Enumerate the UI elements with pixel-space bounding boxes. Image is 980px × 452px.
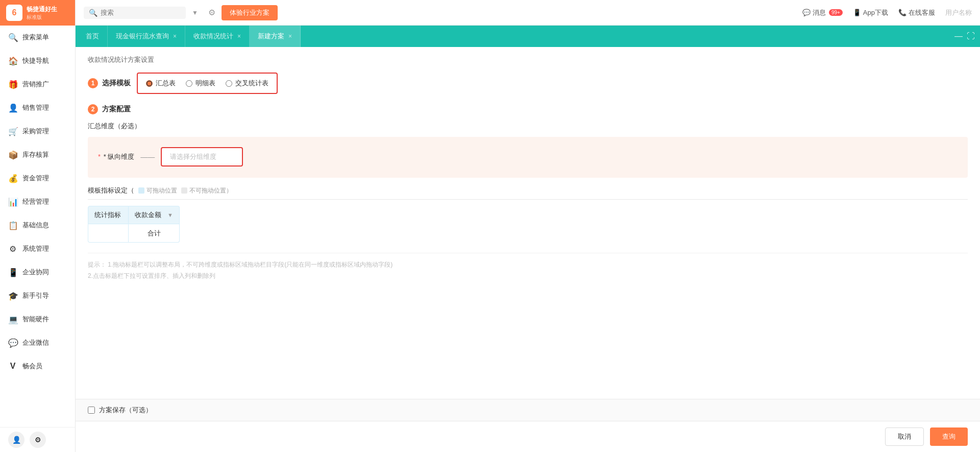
sidebar-item-hardware[interactable]: 💻 智能硬件 (0, 307, 75, 331)
topbar-gear-icon[interactable]: ⚙ (208, 8, 215, 17)
topbar-chevron-icon[interactable]: ▼ (192, 9, 198, 16)
content-area: 收款情况统计方案设置 1 选择模板 汇总表 (76, 47, 980, 452)
section2-title: 方案配置 (102, 105, 131, 114)
tabbar-minimize-icon[interactable]: — (954, 32, 963, 41)
arrow-icon: —— (140, 153, 155, 161)
sidebar-item-label: 快捷导航 (22, 56, 49, 65)
sidebar-item-purchase[interactable]: 🛒 采购管理 (0, 120, 75, 143)
radio-cross-input[interactable] (226, 80, 232, 87)
box-icon: 📦 (8, 150, 17, 160)
radio-detail[interactable]: 明细表 (186, 79, 215, 88)
radio-detail-input[interactable] (186, 80, 192, 87)
topbar-search-icon: 🔍 (89, 9, 97, 17)
radio-summary[interactable]: 汇总表 (146, 79, 176, 88)
sidebar-item-guide[interactable]: 🎓 新手引导 (0, 284, 75, 307)
topbar-search-box[interactable]: 🔍 (84, 7, 186, 19)
trial-button[interactable]: 体验行业方案 (222, 5, 278, 20)
sidebar-user-icon[interactable]: 👤 (8, 432, 24, 448)
dimension-area: * * 纵向维度 —— 请选择分组维度 (88, 137, 968, 178)
notification-badge: 99+ (829, 9, 843, 16)
tabbar: 首页 现金银行流水查询 × 收款情况统计 × 新建方案 × — ⛶ (76, 26, 980, 47)
sidebar-item-label: 采购管理 (22, 127, 49, 136)
sidebar-item-inventory[interactable]: 📦 库存核算 (0, 143, 75, 166)
save-checkbox[interactable] (88, 407, 95, 414)
section2-header: 2 方案配置 (88, 104, 968, 114)
notification-item[interactable]: 💬 消息 99+ (802, 8, 843, 17)
search-icon: 🔍 (8, 33, 17, 42)
vertical-dim-label: * * 纵向维度 (98, 152, 134, 161)
fixed-label: 不可拖动位置） (189, 186, 232, 195)
gift-icon: 🎁 (8, 80, 17, 89)
sidebar-item-enterprise[interactable]: 📱 企业协同 (0, 260, 75, 284)
movable-label: 可拖动位置 (146, 186, 177, 195)
tab-cash-flow-label: 现金银行流水查询 (116, 32, 169, 41)
logo-sub-text: 标准版 (27, 14, 57, 21)
logo-text-block: 畅捷通好生 标准版 (27, 5, 57, 21)
sidebar-item-label: 资金管理 (22, 174, 49, 183)
radio-cross[interactable]: 交叉统计表 (226, 79, 268, 88)
sidebar-item-label: 智能硬件 (22, 315, 49, 324)
indicator-right-col: 收款金额 ▼ 合计 (129, 206, 180, 243)
indicator-settings: 模板指标设定（ 可拖动位置 不可拖动位置） (88, 186, 968, 243)
gear-sidebar-icon: ⚙ (8, 244, 17, 254)
dimension-placeholder: 请选择分组维度 (170, 153, 216, 160)
dimension-title: 汇总维度（必选） (88, 122, 968, 131)
tab-cash-flow-close[interactable]: × (173, 33, 177, 40)
sidebar-item-label: 销售管理 (22, 103, 49, 112)
sidebar-settings-icon[interactable]: ⚙ (30, 432, 46, 448)
service-item[interactable]: 📞 在线客服 (898, 8, 935, 17)
sidebar-item-label: 经营管理 (22, 197, 49, 206)
tab-home-label: 首页 (86, 32, 99, 41)
query-button[interactable]: 查询 (930, 427, 968, 446)
hint-text-2: 2.点击标题栏下拉可设置排序、插入列和删除列 (88, 271, 968, 282)
sidebar-item-member[interactable]: V 畅会员 (0, 354, 75, 378)
radio-summary-input[interactable] (146, 80, 153, 87)
sidebar-item-system[interactable]: ⚙ 系统管理 (0, 237, 75, 260)
chevron-down-icon: ▼ (167, 212, 173, 218)
search-input[interactable] (101, 9, 181, 16)
sidebar-item-management[interactable]: 📊 经营管理 (0, 190, 75, 213)
notification-label: 消息 (813, 8, 826, 17)
hint-text-1: 提示： 1.拖动标题栏可以调整布局，不可跨维度或指标区域拖动栏目字段(只能在同一… (88, 259, 968, 271)
tab-cash-flow[interactable]: 现金银行流水查询 × (108, 26, 185, 47)
person-icon: 👤 (8, 103, 17, 113)
tabbar-maximize-icon[interactable]: ⛶ (967, 32, 975, 41)
sidebar: 6 畅捷通好生 标准版 🔍 搜索菜单 🏠 快捷导航 🎁 营销推广 👤 销售管理 … (0, 0, 76, 452)
indicator-col-sub: 合计 (129, 224, 180, 243)
service-label: 在线客服 (909, 8, 935, 17)
sidebar-item-basic-info[interactable]: 📋 基础信息 (0, 213, 75, 237)
sidebar-item-search[interactable]: 🔍 搜索菜单 (0, 26, 75, 49)
download-item[interactable]: 📱 App下载 (853, 8, 888, 17)
indicator-col-header[interactable]: 收款金额 ▼ (129, 206, 180, 224)
sidebar-item-label: 企业协同 (22, 268, 49, 277)
tab-new-plan-close[interactable]: × (288, 33, 292, 40)
cancel-button[interactable]: 取消 (885, 427, 924, 446)
dimension-row: * * 纵向维度 —— 请选择分组维度 (98, 147, 958, 166)
section1-wrapper: 1 选择模板 汇总表 明细表 (88, 73, 968, 94)
dimension-selector[interactable]: 请选择分组维度 (161, 147, 243, 166)
page-title: 收款情况统计方案设置 (88, 55, 968, 64)
tab-collection-stats-label: 收款情况统计 (193, 32, 233, 41)
legend-fixed: 不可拖动位置） (181, 186, 232, 195)
download-label: App下载 (863, 8, 888, 17)
tab-home[interactable]: 首页 (76, 26, 108, 47)
section1-num: 1 (88, 78, 98, 88)
tab-new-plan[interactable]: 新建方案 × (250, 26, 301, 47)
chart-icon: 📊 (8, 197, 17, 207)
section-template: 1 选择模板 汇总表 明细表 (88, 73, 968, 94)
sidebar-item-nav[interactable]: 🏠 快捷导航 (0, 49, 75, 73)
notification-icon: 💬 (802, 9, 811, 16)
list-icon: 📋 (8, 221, 17, 230)
indicator-col-label: 收款金额 (135, 210, 161, 220)
sidebar-item-finance[interactable]: 💰 资金管理 (0, 166, 75, 190)
sidebar-item-sales[interactable]: 👤 销售管理 (0, 96, 75, 120)
fixed-dot (181, 187, 187, 194)
tab-collection-stats[interactable]: 收款情况统计 × (185, 26, 250, 47)
sidebar-item-label: 系统管理 (22, 244, 49, 253)
template-selection-group: 汇总表 明细表 交叉统计表 (137, 73, 278, 94)
sidebar-item-wechat[interactable]: 💬 企业微信 (0, 331, 75, 354)
vip-icon: V (8, 362, 17, 371)
radio-cross-label: 交叉统计表 (235, 79, 268, 88)
sidebar-item-marketing[interactable]: 🎁 营销推广 (0, 73, 75, 96)
tab-collection-stats-close[interactable]: × (237, 33, 241, 40)
